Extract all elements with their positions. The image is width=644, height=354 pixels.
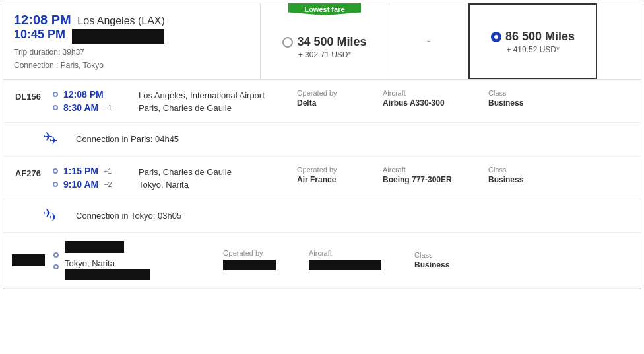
aircraft-dl156: Aircraft Airbus A330-300 [383,89,488,113]
class-value: Business [488,98,554,108]
class-label: Class [488,166,554,174]
connection-tokyo: ✈ ✈ Connection in Tokyo: 03h05 [3,199,641,233]
dep-time-text: 12:08 PM [63,89,104,100]
selected-fare-usd: + 419.52 USD* [479,45,587,54]
fare-option-lowest[interactable]: Lowest fare 34 500 Miles + 302.71 USD* [261,3,389,79]
plane-icon-tokyo: ✈ ✈ [43,206,69,226]
aircraft-label: Aircraft [309,249,414,257]
dash-label: - [427,34,431,48]
lowest-fare-miles: 34 500 Miles [297,35,366,49]
operated-by-dl156: Operated by Delta [297,89,383,113]
flight-segments: DL156 12:08 PM 8:30 AM +1 Los Angeles, I… [3,80,641,289]
aircraft-af276: Aircraft Boeing 777-300ER [383,166,488,190]
trip-duration: Trip duration: 39h37 [14,48,249,57]
lowest-fare-usd: + 302.71 USD* [270,50,379,59]
lowest-fare-miles-row: 34 500 Miles [270,35,379,49]
dep-airport: Los Angeles, International Airport [139,90,297,100]
arr-time-text: 9:10 AM [63,179,98,190]
segment-af276: AF276 1:15 PM +1 9:10 AM +2 Paris, Charl… [3,157,641,199]
operated-by-af276: Operated by Air France [297,166,383,190]
times-dl156: 12:08 PM 8:30 AM +1 [53,89,139,113]
dep-time-af276: 1:15 PM +1 [53,166,139,176]
connection-paris: ✈ ✈ Connection in Paris: 04h45 [3,123,641,157]
aircraft-label: Aircraft [383,166,488,174]
departure-city: Los Angeles (LAX) [77,15,165,26]
operated-by-label: Operated by [223,249,309,257]
plane-icon-paris: ✈ ✈ [43,129,69,149]
arr-dot [53,182,58,187]
class-label: Class [488,89,554,97]
segment-redacted: Tokyo, Narita Operated by Aircraft Class… [3,233,641,289]
connection-tokyo-text: Connection in Tokyo: 03h05 [76,211,181,221]
flight-num-bar [12,254,45,266]
dep-day-offset: +1 [104,167,112,175]
departure-time: 12:08 PM [14,13,71,27]
dep-time-dl156: 12:08 PM [53,89,139,100]
operated-by-label: Operated by [297,166,383,174]
dep-airport-redacted: Tokyo, Narita [65,258,223,268]
dep-time-redacted [65,241,124,253]
arrival-city-redacted [72,29,164,44]
arr-time-af276: 9:10 AM +2 [53,179,139,190]
selected-fare-radio[interactable] [491,32,501,42]
class-redacted: Class Business [414,251,480,269]
operated-by-redacted: Operated by [223,249,309,272]
dep-airport: Paris, Charles de Gaulle [139,167,297,177]
class-af276: Class Business [488,166,554,190]
lowest-fare-badge: Lowest fare [288,3,361,15]
connection-info: Connection : Paris, Tokyo [14,61,249,70]
selected-fare-miles-row: 86 500 Miles [479,30,587,44]
lowest-fare-radio[interactable] [282,37,293,48]
operated-by-value-redacted [223,260,276,270]
arr-time-city: 10:45 PM [14,28,249,44]
fare-option-middle: - [389,3,468,79]
arr-dot [53,105,58,110]
class-dl156: Class Business [488,89,554,113]
operated-by-value: Air France [297,175,383,184]
flight-number-dl156: DL156 [3,89,53,113]
flight-number-af276: AF276 [3,166,53,190]
flight-card: 12:08 PM Los Angeles (LAX) 10:45 PM Trip… [3,3,641,289]
arr-dot-redacted [53,264,59,269]
arr-time-dl156: 8:30 AM +1 [53,102,139,113]
dep-dot [53,92,58,97]
airports-dl156: Los Angeles, International Airport Paris… [139,89,297,113]
arrival-time: 10:45 PM [14,28,65,41]
dep-dot [53,168,58,174]
fare-option-selected[interactable]: 86 500 Miles + 419.52 USD* [468,3,597,79]
arr-day-offset: +2 [104,180,112,188]
dep-time-city: 12:08 PM Los Angeles (LAX) [14,13,249,28]
operated-by-label: Operated by [297,89,383,97]
arr-airport-redacted [65,269,150,280]
selected-fare-miles: 86 500 Miles [505,30,575,44]
arr-day-offset: +1 [104,104,112,112]
flight-number-redacted [3,254,53,266]
flight-summary: 12:08 PM Los Angeles (LAX) 10:45 PM Trip… [3,3,261,79]
aircraft-redacted: Aircraft [309,249,414,272]
arr-airport: Paris, Charles de Gaulle [139,103,297,113]
arr-airport: Tokyo, Narita [139,180,297,190]
airports-af276: Paris, Charles de Gaulle Tokyo, Narita [139,166,297,190]
aircraft-value: Airbus A330-300 [383,98,488,108]
arr-time-text: 8:30 AM [63,102,98,113]
aircraft-value: Boeing 777-300ER [383,175,488,184]
times-af276: 1:15 PM +1 9:10 AM +2 [53,166,139,190]
class-value: Business [488,175,554,184]
operated-by-value: Delta [297,98,383,108]
flight-header: 12:08 PM Los Angeles (LAX) 10:45 PM Trip… [3,3,641,80]
class-label: Class [414,251,480,259]
dep-dot-redacted [53,252,59,258]
aircraft-label: Aircraft [383,89,488,97]
dep-time-text: 1:15 PM [63,166,98,176]
class-value: Business [414,260,480,269]
connection-paris-text: Connection in Paris: 04h45 [76,134,179,144]
segment-dl156: DL156 12:08 PM 8:30 AM +1 Los Angeles, I… [3,80,641,123]
aircraft-value-redacted [309,260,381,270]
